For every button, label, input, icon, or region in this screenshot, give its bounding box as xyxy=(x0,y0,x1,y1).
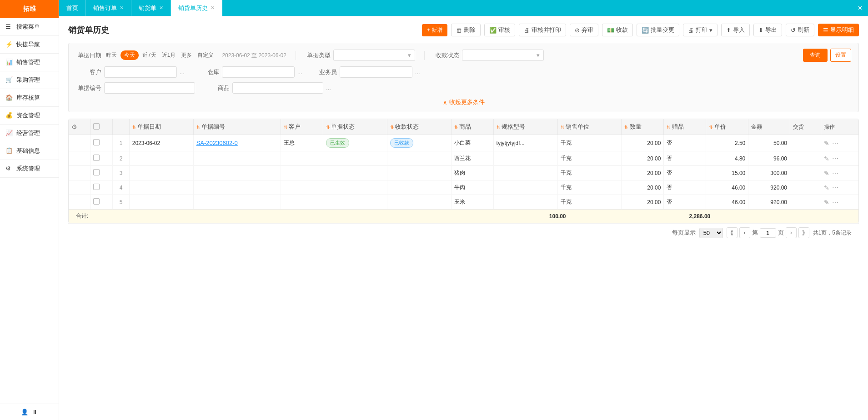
col-header-spec[interactable]: ⇅ 规格型号 xyxy=(493,119,557,135)
collect-button[interactable]: 💵 收款 xyxy=(602,24,633,36)
date-btn-1month[interactable]: 近1月 xyxy=(160,50,178,60)
tab-sales-delivery-close[interactable]: ✕ xyxy=(159,5,163,11)
tab-bar-close-btn[interactable]: ✕ xyxy=(856,3,864,13)
doc-no-link[interactable]: SA-20230602-0 xyxy=(196,140,238,146)
collapse-btn[interactable]: ∧ 收起更多条件 xyxy=(76,98,851,106)
edit-icon[interactable]: ✎ xyxy=(824,155,829,162)
tab-sales-history[interactable]: 销货单历史 ✕ xyxy=(171,0,222,16)
goods-dots[interactable]: ... xyxy=(326,85,331,91)
delete-button[interactable]: 🗑 删除 xyxy=(451,24,481,36)
customer-dots[interactable]: ... xyxy=(180,69,185,75)
sidebar-item-operations[interactable]: 📈 经营管理 xyxy=(0,125,59,142)
sidebar-item-inventory[interactable]: 🏠 库存核算 xyxy=(0,89,59,107)
sidebar-item-purchase-mgmt[interactable]: 🛒 采购管理 xyxy=(0,71,59,89)
goods-input[interactable] xyxy=(232,82,323,94)
page-last-btn[interactable]: ⟫ xyxy=(798,227,809,238)
print-button[interactable]: 🖨 打印 ▾ xyxy=(683,24,717,36)
row-checkbox[interactable] xyxy=(93,155,100,161)
col-doc-no[interactable] xyxy=(193,195,281,210)
date-btn-more[interactable]: 更多 xyxy=(179,50,194,60)
warehouse-input[interactable] xyxy=(222,66,295,78)
audit-print-button[interactable]: 🖨 审核并打印 xyxy=(519,24,566,36)
col-header-date[interactable]: ⇅ 单据日期 xyxy=(129,119,193,135)
date-btn-custom[interactable]: 自定义 xyxy=(196,50,216,60)
sidebar-item-quick-nav[interactable]: ⚡ 快捷导航 xyxy=(0,36,59,54)
refresh-button[interactable]: ↺ 刷新 xyxy=(786,24,814,36)
col-header-amount[interactable]: 金额 xyxy=(748,119,790,135)
col-header-unit[interactable]: ⇅ 销售单位 xyxy=(557,119,622,135)
col-header-unit-price[interactable]: ⇅ 单价 xyxy=(706,119,748,135)
date-btn-today[interactable]: 今天 xyxy=(120,50,139,60)
show-detail-button[interactable]: ☰ 显示明细 xyxy=(818,24,859,36)
sidebar-item-system-mgmt[interactable]: ⚙ 系统管理 xyxy=(0,160,59,178)
col-action[interactable]: ✎⋯ xyxy=(821,195,858,210)
import-button[interactable]: ⬆ 导入 xyxy=(721,24,750,36)
select-all-checkbox[interactable] xyxy=(93,123,100,130)
edit-icon[interactable]: ✎ xyxy=(824,170,829,177)
sidebar-item-finance[interactable]: 💰 资金管理 xyxy=(0,107,59,125)
col-header-settings[interactable]: ⚙ xyxy=(69,119,90,135)
sidebar-item-search-menu[interactable]: ☰ 搜索菜单 xyxy=(0,18,59,36)
warehouse-dots[interactable]: ... xyxy=(297,69,302,75)
col-doc-no[interactable] xyxy=(193,180,281,195)
abandon-button[interactable]: ⊘ 弃审 xyxy=(570,24,598,36)
col-header-qty[interactable]: ⇅ 数量 xyxy=(622,119,664,135)
query-button[interactable]: 查询 xyxy=(803,49,828,62)
tab-sales-history-close[interactable]: ✕ xyxy=(211,5,215,11)
page-prev-btn[interactable]: ‹ xyxy=(739,227,750,238)
edit-icon[interactable]: ✎ xyxy=(824,140,829,147)
sidebar-user-settings[interactable]: 👤 ⏸ xyxy=(0,404,59,420)
col-doc-no[interactable] xyxy=(193,151,281,166)
col-check[interactable] xyxy=(90,195,113,210)
col-check[interactable] xyxy=(90,151,113,166)
new-button[interactable]: + 新增 xyxy=(422,24,447,36)
col-check[interactable] xyxy=(90,166,113,180)
col-action[interactable]: ✎⋯ xyxy=(821,166,858,180)
col-doc-no[interactable] xyxy=(193,166,281,180)
doc-no-input[interactable] xyxy=(104,82,195,94)
row-checkbox[interactable] xyxy=(93,169,100,175)
col-action[interactable]: ✎⋯ xyxy=(821,180,858,195)
col-header-customer[interactable]: ⇅ 客户 xyxy=(281,119,323,135)
col-action[interactable]: ✎⋯ xyxy=(821,151,858,166)
edit-icon[interactable]: ✎ xyxy=(824,184,829,191)
customer-input[interactable] xyxy=(104,66,177,78)
col-check[interactable] xyxy=(90,180,113,195)
payment-status-select[interactable]: ▾ xyxy=(462,50,544,61)
more-icon[interactable]: ⋯ xyxy=(832,140,838,147)
col-action[interactable]: ✎⋯ xyxy=(821,135,858,151)
col-header-gift[interactable]: ⇅ 赠品 xyxy=(664,119,706,135)
salesperson-dots[interactable]: ... xyxy=(415,69,420,75)
sidebar-item-sales-mgmt[interactable]: 📊 销售管理 xyxy=(0,54,59,71)
row-checkbox[interactable] xyxy=(93,198,100,205)
tab-sales-order-close[interactable]: ✕ xyxy=(120,5,124,11)
edit-icon[interactable]: ✎ xyxy=(824,199,829,206)
doc-type-select[interactable]: ▾ xyxy=(333,50,415,61)
export-button[interactable]: ⬇ 导出 xyxy=(753,24,782,36)
more-icon[interactable]: ⋯ xyxy=(832,199,838,206)
date-btn-7days[interactable]: 近7天 xyxy=(140,50,158,60)
page-first-btn[interactable]: ⟪ xyxy=(727,227,738,238)
tab-home[interactable]: 首页 xyxy=(59,0,86,16)
col-header-check[interactable] xyxy=(90,119,113,135)
col-header-doc-no[interactable]: ⇅ 单据编号 xyxy=(193,119,281,135)
settings-button[interactable]: 设置 xyxy=(830,49,851,62)
col-header-payment-status[interactable]: ⇅ 收款状态 xyxy=(387,119,451,135)
tab-sales-delivery[interactable]: 销货单 ✕ xyxy=(131,0,171,16)
date-btn-yesterday[interactable]: 昨天 xyxy=(104,50,119,60)
row-checkbox[interactable] xyxy=(93,139,100,145)
sidebar-item-basic-info[interactable]: 📋 基础信息 xyxy=(0,142,59,160)
col-check[interactable] xyxy=(90,135,113,151)
row-checkbox[interactable] xyxy=(93,184,100,190)
per-page-select[interactable]: 50 100 200 xyxy=(699,228,723,238)
batch-change-button[interactable]: 🔄 批量变更 xyxy=(637,24,679,36)
tab-sales-order[interactable]: 销售订单 ✕ xyxy=(86,0,131,16)
col-doc-no[interactable]: SA-20230602-0 xyxy=(193,135,281,151)
more-icon[interactable]: ⋯ xyxy=(832,155,838,162)
col-header-doc-status[interactable]: ⇅ 单据状态 xyxy=(323,119,387,135)
salesperson-input[interactable] xyxy=(340,66,412,78)
page-number-input[interactable] xyxy=(760,228,776,238)
page-next-btn[interactable]: › xyxy=(786,227,797,238)
audit-button[interactable]: ✅ 审核 xyxy=(484,24,515,36)
more-icon[interactable]: ⋯ xyxy=(832,184,838,191)
